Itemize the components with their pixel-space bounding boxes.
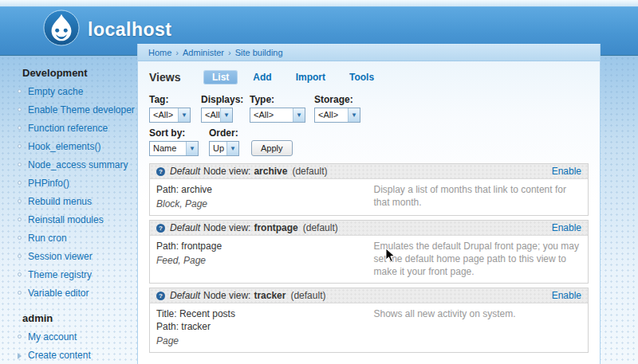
chevron-down-icon: ▼ xyxy=(220,108,232,122)
order-label: Order: xyxy=(209,127,244,139)
sidebar-item-enable-theme-developer[interactable]: Enable Theme developer xyxy=(18,104,136,116)
sidebar: Development Empty cache Enable Theme dev… xyxy=(0,56,137,364)
sidebar-item-empty-cache[interactable]: Empty cache xyxy=(18,86,136,98)
circle-bullet-icon xyxy=(18,86,28,93)
sort-by-select[interactable]: Name ▼ xyxy=(149,141,199,156)
sidebar-item-node-access-summary[interactable]: Node_access summary xyxy=(18,159,136,171)
type-filter-select[interactable]: <All> ▼ xyxy=(250,108,305,123)
circle-bullet-icon xyxy=(18,196,28,203)
chevron-down-icon: ▼ xyxy=(186,142,198,155)
page-title: Views xyxy=(149,71,203,84)
sidebar-item-my-account[interactable]: My account xyxy=(18,331,136,343)
circle-bullet-icon xyxy=(18,214,28,221)
chevron-down-icon: ▼ xyxy=(293,108,305,122)
view-row-archive: ? Default Node view: archive (default) E… xyxy=(149,163,589,216)
help-icon[interactable]: ? xyxy=(156,224,165,233)
view-path: Path: tracker xyxy=(156,320,369,333)
view-path: Path: archive xyxy=(156,183,369,196)
tag-filter-select[interactable]: <All> ▼ xyxy=(149,108,191,123)
tag-filter-label: Tag: xyxy=(149,94,194,105)
help-icon[interactable]: ? xyxy=(156,167,165,176)
sidebar-item-create-content[interactable]: Create content xyxy=(18,350,136,362)
sidebar-item-reinstall-modules[interactable]: Reinstall modules xyxy=(18,214,136,226)
sidebar-item-function-reference[interactable]: Function reference xyxy=(18,123,136,135)
circle-bullet-icon xyxy=(18,331,28,339)
view-displays: Feed, Page xyxy=(156,254,369,267)
sidebar-item-theme-registry[interactable]: Theme registry xyxy=(18,269,136,281)
view-name: tracker xyxy=(254,290,286,301)
views-list: ? Default Node view: archive (default) E… xyxy=(149,163,589,353)
views-filters: Tag: <All> ▼ Displays: <All> ▼ Type: xyxy=(149,94,589,156)
enable-link[interactable]: Enable xyxy=(552,222,581,233)
view-row-tracker: ? Default Node view: tracker (default) E… xyxy=(149,288,589,353)
breadcrumb-separator: › xyxy=(175,48,179,57)
chevron-down-icon: ▼ xyxy=(348,108,360,122)
breadcrumb-home[interactable]: Home xyxy=(148,48,171,57)
view-displays: Page xyxy=(156,335,369,347)
top-strip xyxy=(0,0,638,6)
breadcrumb-site-building[interactable]: Site building xyxy=(235,48,283,57)
circle-bullet-icon xyxy=(18,141,28,148)
druplicon-logo-icon[interactable] xyxy=(43,10,80,46)
sidebar-item-rebuild-menus[interactable]: Rebuild menus xyxy=(18,196,136,208)
circle-bullet-icon xyxy=(18,288,28,295)
chevron-down-icon: ▼ xyxy=(178,108,190,122)
sidebar-item-session-viewer[interactable]: Session viewer xyxy=(18,251,136,263)
displays-filter-label: Displays: xyxy=(201,94,242,105)
circle-bullet-icon xyxy=(18,269,28,276)
site-name: localhost xyxy=(88,19,171,41)
collapsed-triangle-icon xyxy=(18,350,28,359)
storage-filter-label: Storage: xyxy=(314,94,362,105)
sidebar-section-development: Development xyxy=(22,67,136,79)
sidebar-section-admin: admin xyxy=(22,312,136,324)
enable-link[interactable]: Enable xyxy=(552,290,581,301)
breadcrumb-administer[interactable]: Administer xyxy=(183,48,224,57)
circle-bullet-icon xyxy=(18,233,28,240)
tab-bar: List Add Import Tools xyxy=(203,70,383,84)
sidebar-item-phpinfo[interactable]: PHPinfo() xyxy=(18,178,136,190)
enable-link[interactable]: Enable xyxy=(552,166,581,177)
circle-bullet-icon xyxy=(18,104,28,112)
tab-list[interactable]: List xyxy=(203,70,238,84)
breadcrumb-separator: › xyxy=(228,48,231,57)
view-description: Display a list of months that link to co… xyxy=(369,183,582,210)
apply-button[interactable]: Apply xyxy=(251,140,293,156)
circle-bullet-icon xyxy=(18,251,28,258)
view-description: Shows all new activity on system. xyxy=(369,307,582,347)
view-title: Title: Recent posts xyxy=(156,307,369,320)
view-path: Path: frontpage xyxy=(156,240,369,252)
view-displays: Block, Page xyxy=(156,198,369,210)
order-select[interactable]: Up ▼ xyxy=(209,141,239,156)
displays-filter-select[interactable]: <All> ▼ xyxy=(201,108,233,123)
circle-bullet-icon xyxy=(18,123,28,130)
view-name: archive xyxy=(254,166,287,177)
view-description: Emulates the default Drupal front page; … xyxy=(369,240,582,278)
sidebar-item-hook-elements[interactable]: Hook_elements() xyxy=(18,141,136,153)
view-name: frontpage xyxy=(254,222,297,233)
circle-bullet-icon xyxy=(18,178,28,185)
sidebar-item-variable-editor[interactable]: Variable editor xyxy=(18,288,136,299)
breadcrumb: Home › Administer › Site building xyxy=(138,45,600,61)
help-icon[interactable]: ? xyxy=(156,292,165,300)
type-filter-label: Type: xyxy=(250,94,307,105)
content-panel: Home › Administer › Site building Views … xyxy=(137,44,601,364)
tab-tools[interactable]: Tools xyxy=(341,70,383,84)
view-row-frontpage: ? Default Node view: frontpage (default)… xyxy=(149,220,589,284)
tab-import[interactable]: Import xyxy=(287,70,334,84)
tab-add[interactable]: Add xyxy=(244,70,280,84)
chevron-down-icon: ▼ xyxy=(226,142,238,155)
sidebar-item-run-cron[interactable]: Run cron xyxy=(18,233,136,245)
sort-by-label: Sort by: xyxy=(149,127,202,139)
storage-filter-select[interactable]: <All> ▼ xyxy=(314,108,360,123)
circle-bullet-icon xyxy=(18,159,28,166)
